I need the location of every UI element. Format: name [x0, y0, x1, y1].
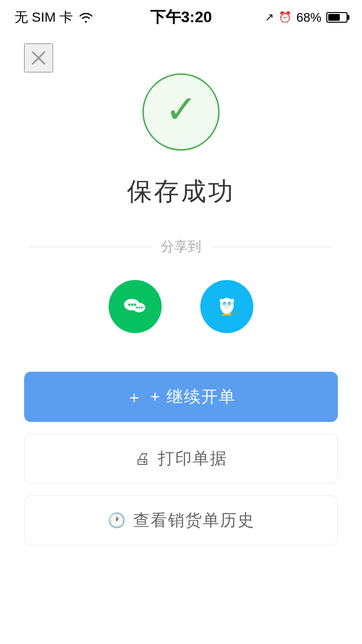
qq-share-button[interactable] — [200, 280, 253, 333]
success-title: 保存成功 — [127, 175, 235, 209]
share-divider: 分享到 — [0, 238, 362, 256]
wechat-share-button[interactable] — [109, 280, 162, 333]
view-history-button[interactable]: 🕐 查看销货单历史 — [24, 495, 338, 546]
battery-icon — [326, 12, 348, 23]
svg-point-19 — [227, 314, 232, 316]
wifi-icon — [79, 12, 93, 23]
svg-point-14 — [224, 304, 225, 305]
divider-left — [29, 247, 151, 247]
checkmark-icon: ✓ — [165, 90, 197, 129]
status-right: ↗ ⏰ 68% — [265, 10, 348, 25]
history-icon: 🕐 — [108, 513, 125, 528]
status-left: 无 SIM 卡 — [14, 8, 93, 27]
status-time: 下午3:20 — [150, 7, 212, 28]
share-icons-row — [109, 280, 253, 333]
no-sim-text: 无 SIM 卡 — [14, 8, 73, 27]
svg-point-21 — [230, 299, 234, 303]
continue-order-label: + 继续开单 — [150, 386, 236, 408]
svg-point-10 — [141, 307, 143, 308]
battery-percent: 68% — [296, 10, 321, 25]
close-icon — [30, 49, 47, 67]
share-label: 分享到 — [151, 238, 211, 256]
alarm-icon: ⏰ — [278, 11, 292, 24]
plus-icon: ＋ — [126, 389, 142, 405]
status-bar: 无 SIM 卡 下午3:20 ↗ ⏰ 68% — [0, 0, 362, 35]
success-indicator: ✓ — [142, 73, 220, 151]
svg-point-15 — [229, 304, 230, 305]
svg-point-8 — [136, 307, 138, 308]
svg-point-20 — [220, 299, 223, 303]
print-button[interactable]: 🖨 打印单据 — [24, 434, 338, 484]
actions-section: ＋ + 继续开单 🖨 打印单据 🕐 查看销货单历史 — [0, 372, 362, 546]
svg-point-17 — [222, 307, 232, 314]
svg-point-9 — [139, 307, 140, 308]
main-content: ✓ 保存成功 分享到 — [0, 35, 362, 546]
print-icon: 🖨 — [135, 451, 150, 466]
qq-icon — [212, 292, 241, 321]
svg-point-5 — [128, 304, 131, 306]
divider-right — [211, 247, 333, 247]
svg-point-18 — [222, 314, 227, 316]
location-icon: ↗ — [265, 11, 274, 24]
history-label: 查看销货单历史 — [133, 509, 255, 532]
wechat-icon — [120, 291, 151, 322]
print-label: 打印单据 — [158, 448, 227, 470]
svg-point-7 — [134, 304, 137, 306]
continue-order-button[interactable]: ＋ + 继续开单 — [24, 372, 338, 422]
close-button[interactable] — [24, 43, 53, 72]
svg-point-6 — [131, 304, 134, 306]
